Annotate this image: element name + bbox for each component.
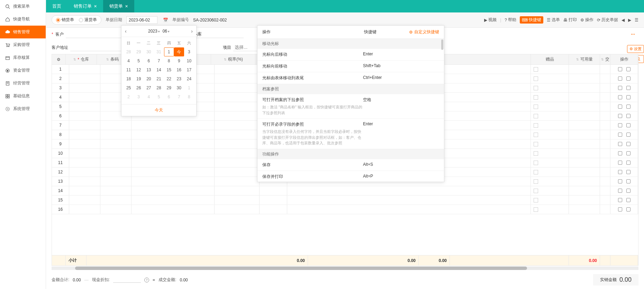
delete-row-icon[interactable] <box>618 142 622 146</box>
cal-day[interactable]: 28 <box>154 83 164 92</box>
info-icon[interactable]: ? <box>144 278 149 282</box>
cell-avail[interactable] <box>569 102 600 111</box>
gift-checkbox[interactable] <box>534 133 538 137</box>
cell-rate[interactable] <box>215 130 260 139</box>
copy-row-icon[interactable] <box>626 133 631 137</box>
cal-day[interactable]: 26 <box>134 83 144 92</box>
cell-avail[interactable] <box>569 111 600 120</box>
cell-deliver[interactable] <box>600 186 610 195</box>
cell-deliver[interactable] <box>600 139 610 148</box>
gift-checkbox[interactable] <box>534 198 538 202</box>
cell-rate[interactable] <box>215 102 260 111</box>
cell-avail[interactable] <box>569 121 600 130</box>
cell-warehouse[interactable] <box>69 205 100 214</box>
cell-spec[interactable] <box>131 149 215 158</box>
col-gift[interactable]: 赠品 <box>531 54 569 64</box>
cell-barcode[interactable] <box>100 158 131 167</box>
cell-rate[interactable] <box>215 83 260 92</box>
delete-row-icon[interactable] <box>618 170 622 174</box>
cal-day[interactable]: 3 <box>184 47 194 56</box>
copy-row-icon[interactable] <box>626 123 631 127</box>
cell-avail[interactable] <box>569 130 600 139</box>
copy-row-icon[interactable] <box>626 105 631 109</box>
cal-today-button[interactable]: 今天 <box>121 104 196 116</box>
cal-day[interactable]: 11 <box>124 65 134 74</box>
cell-barcode[interactable] <box>100 139 131 148</box>
sidebar-item-finance[interactable]: ¥资金管理 <box>0 64 46 77</box>
table-row[interactable]: 16 <box>52 205 638 214</box>
cell-spec[interactable] <box>131 121 215 130</box>
cell-avail[interactable] <box>569 93 600 102</box>
hotkey-button[interactable]: ⌨快捷键 <box>520 16 543 24</box>
cell-barcode[interactable] <box>100 205 131 214</box>
cal-day[interactable]: 17 <box>184 65 194 74</box>
gift-checkbox[interactable] <box>534 207 538 212</box>
cal-day[interactable]: 23 <box>174 74 184 83</box>
cell-spec[interactable] <box>131 196 215 205</box>
cal-day[interactable]: 4 <box>124 56 134 65</box>
cell-warehouse[interactable] <box>69 149 100 158</box>
cal-day[interactable]: 21 <box>154 74 164 83</box>
copy-row-icon[interactable] <box>626 170 631 174</box>
cal-day-prev[interactable]: 30 <box>144 47 154 56</box>
cal-next-button[interactable]: › <box>191 28 193 34</box>
cell-rate[interactable] <box>215 121 260 130</box>
cell-warehouse[interactable] <box>69 196 100 205</box>
date-input[interactable]: 2023-06-02 <box>126 16 157 24</box>
cell-deliver[interactable] <box>600 158 610 167</box>
tab-sales-order[interactable]: 销售订单✕ <box>67 0 103 12</box>
delete-row-icon[interactable] <box>618 123 622 127</box>
delete-row-icon[interactable] <box>618 161 622 165</box>
cell-spec[interactable] <box>131 205 215 214</box>
sidebar-item-search[interactable]: 搜索菜单 <box>0 0 46 13</box>
cal-day[interactable]: 1 <box>164 47 174 56</box>
prev-button[interactable]: ◀ <box>622 18 625 22</box>
sidebar-item-business[interactable]: 经营管理 <box>0 77 46 90</box>
cell-gift[interactable] <box>531 111 569 120</box>
cell-deliver[interactable] <box>600 149 610 158</box>
delete-row-icon[interactable] <box>618 151 622 155</box>
cell-barcode[interactable] <box>100 121 131 130</box>
cell-rate[interactable] <box>215 177 260 186</box>
cell-deliver[interactable] <box>600 121 610 130</box>
cal-day[interactable]: 22 <box>164 74 174 83</box>
gift-checkbox[interactable] <box>534 114 538 118</box>
cal-month-select[interactable]: 06 <box>163 29 170 34</box>
gift-checkbox[interactable] <box>534 161 538 165</box>
cal-day-prev[interactable]: 28 <box>124 47 134 56</box>
cal-day[interactable]: 15 <box>164 65 174 74</box>
cell-gift[interactable] <box>531 93 569 102</box>
cell-avail[interactable] <box>569 196 600 205</box>
cal-day[interactable]: 30 <box>174 83 184 92</box>
cell-avail[interactable] <box>569 158 600 167</box>
delete-row-icon[interactable] <box>618 67 622 71</box>
cell-gift[interactable] <box>531 130 569 139</box>
cal-day[interactable]: 20 <box>144 74 154 83</box>
cal-prev-button[interactable]: ‹ <box>125 28 127 34</box>
cell-rate[interactable] <box>215 74 260 83</box>
cal-day[interactable]: 6 <box>144 56 154 65</box>
cell-avail[interactable] <box>569 83 600 92</box>
cell-warehouse[interactable] <box>69 168 100 177</box>
scrollbar-thumb[interactable] <box>441 39 443 50</box>
cell-deliver[interactable] <box>600 205 610 214</box>
cal-day-next[interactable]: 6 <box>164 92 174 101</box>
cal-day-prev[interactable]: 31 <box>154 47 164 56</box>
cell-rate[interactable] <box>215 139 260 148</box>
copy-row-icon[interactable] <box>626 86 631 90</box>
cal-day[interactable]: 10 <box>184 56 194 65</box>
help-button[interactable]: ?帮助 <box>505 17 516 23</box>
cal-day[interactable]: 5 <box>134 56 144 65</box>
cell-gift[interactable] <box>531 139 569 148</box>
delete-row-icon[interactable] <box>618 207 622 211</box>
col-settings[interactable]: ⚙ <box>52 54 66 64</box>
cell-barcode[interactable] <box>100 196 131 205</box>
delete-row-icon[interactable] <box>618 179 622 183</box>
cell-etc[interactable] <box>260 196 287 205</box>
cell-gift[interactable] <box>531 168 569 177</box>
sidebar-item-inventory[interactable]: 库存核算 <box>0 51 46 64</box>
delete-row-icon[interactable] <box>618 198 622 202</box>
cal-day-next[interactable]: 7 <box>174 92 184 101</box>
cell-avail[interactable] <box>569 74 600 83</box>
cell-rate[interactable] <box>215 93 260 102</box>
